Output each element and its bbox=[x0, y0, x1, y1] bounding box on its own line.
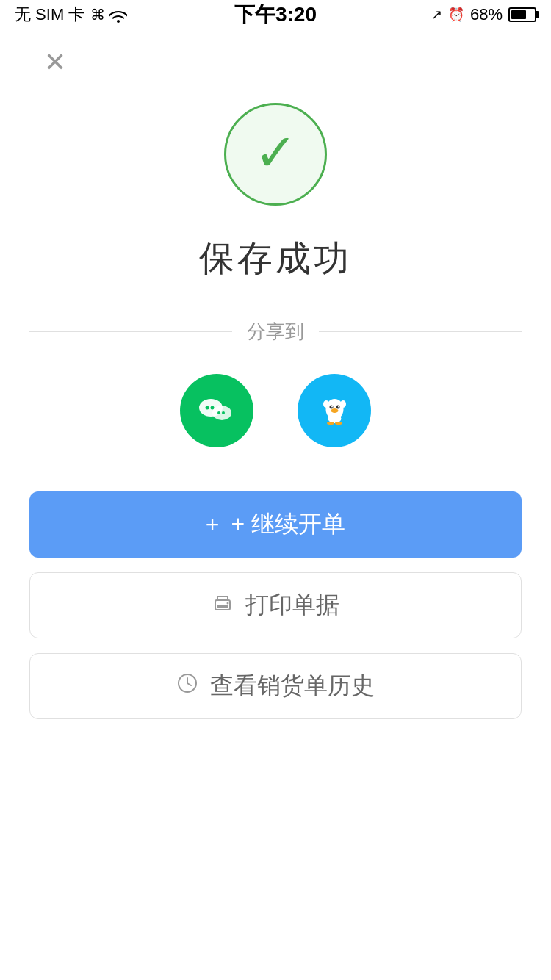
wechat-icon bbox=[195, 389, 239, 433]
wifi-icon: ⌘ bbox=[90, 6, 127, 24]
battery-text: 68% bbox=[470, 5, 503, 24]
close-icon: ✕ bbox=[44, 49, 66, 76]
status-time: 下午3:20 bbox=[234, 1, 317, 29]
continue-label: + 继续开单 bbox=[231, 508, 346, 541]
share-label: 分享到 bbox=[247, 319, 304, 345]
svg-point-13 bbox=[340, 400, 346, 408]
printer-icon bbox=[212, 592, 234, 619]
continue-button[interactable]: + + 继续开单 bbox=[29, 491, 522, 558]
close-button[interactable]: ✕ bbox=[37, 44, 73, 81]
history-label: 查看销货单历史 bbox=[210, 670, 375, 702]
svg-rect-18 bbox=[217, 605, 228, 608]
checkmark-icon: ✓ bbox=[254, 127, 298, 179]
svg-point-5 bbox=[222, 411, 225, 414]
svg-point-1 bbox=[206, 406, 209, 410]
status-right: ↗ ⏰ 68% bbox=[431, 5, 536, 24]
svg-point-4 bbox=[217, 411, 220, 414]
svg-point-9 bbox=[331, 406, 333, 407]
svg-point-19 bbox=[227, 602, 229, 604]
svg-point-10 bbox=[338, 406, 339, 407]
success-icon-circle: ✓ bbox=[224, 103, 327, 206]
divider-right bbox=[319, 331, 522, 332]
main-content: ✕ ✓ 保存成功 分享到 bbox=[0, 29, 551, 980]
status-bar: 无 SIM 卡 ⌘ 下午3:20 ↗ ⏰ 68% bbox=[0, 0, 551, 29]
qq-icon bbox=[314, 391, 355, 431]
alarm-icon: ⏰ bbox=[448, 7, 464, 23]
share-wechat-button[interactable] bbox=[180, 374, 253, 447]
no-sim-text: 无 SIM 卡 bbox=[15, 4, 84, 26]
svg-point-16 bbox=[335, 422, 342, 425]
location-icon: ↗ bbox=[431, 7, 442, 23]
action-buttons-container: + + 继续开单 打印单据 查看销货单历 bbox=[29, 491, 522, 719]
share-buttons-container bbox=[180, 374, 371, 447]
history-button[interactable]: 查看销货单历史 bbox=[29, 653, 522, 719]
success-title: 保存成功 bbox=[199, 235, 352, 282]
svg-point-2 bbox=[211, 406, 215, 410]
svg-point-11 bbox=[331, 408, 338, 413]
share-qq-button[interactable] bbox=[298, 374, 371, 447]
status-left: 无 SIM 卡 ⌘ bbox=[15, 4, 127, 26]
print-button[interactable]: 打印单据 bbox=[29, 572, 522, 638]
plus-icon: + bbox=[206, 511, 220, 538]
svg-point-15 bbox=[327, 422, 334, 425]
divider-left bbox=[29, 331, 232, 332]
print-label: 打印单据 bbox=[245, 589, 339, 621]
svg-point-12 bbox=[323, 400, 329, 408]
battery-indicator bbox=[508, 7, 536, 22]
clock-icon bbox=[176, 672, 198, 700]
share-divider: 分享到 bbox=[29, 319, 522, 345]
